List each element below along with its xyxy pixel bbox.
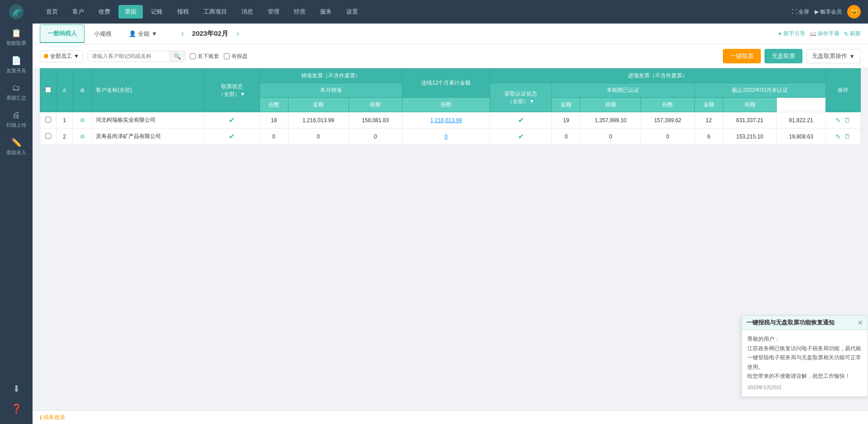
- refresh-btn[interactable]: ↻ 刷新: [844, 30, 861, 38]
- row-checkbox[interactable]: [40, 129, 57, 145]
- cert-filter-icon[interactable]: ▼: [529, 98, 534, 105]
- nav-messages[interactable]: 消息: [235, 5, 259, 19]
- new-guide-btn[interactable]: ✦ 新手引导: [778, 30, 805, 38]
- star-icon: ✦: [778, 31, 782, 37]
- accountbook-checkbox[interactable]: [190, 53, 196, 59]
- sidebar-item-data-entry[interactable]: ✏️ 票据录入: [0, 133, 33, 161]
- all-chevron-icon: ▼: [151, 30, 157, 37]
- nav-customers[interactable]: 客户: [66, 5, 90, 19]
- row-sales-amount: 0: [288, 129, 349, 145]
- col-purchase-certified-header: 本税期已认证: [552, 83, 694, 98]
- top-navigation: 首页 客户 收费 票据 记账 报税 工商项目 消息 管理 经营 服务 设置 ⛶ …: [33, 0, 868, 24]
- tab-general-taxpayer[interactable]: 一般纳税人: [40, 24, 85, 43]
- tab-small-scale[interactable]: 小规模: [86, 25, 119, 43]
- fetch-status-icon: ✔: [229, 116, 235, 124]
- row-actions: ✎ 🗒: [826, 129, 861, 145]
- col-pcert-tax: 税额: [580, 98, 641, 112]
- sidebar: 📋 智能取票 📄 发票开具 🗂 票据汇总 🖨 扫描上传 ✏️ 票据录入 ⬇ ❓: [0, 0, 33, 424]
- row-pcert-amount: 0: [580, 129, 641, 145]
- col-no-header: #: [57, 69, 73, 112]
- no-disk-fetch-button[interactable]: 无盘取票: [764, 49, 802, 63]
- row-settings[interactable]: ⚙: [73, 112, 92, 129]
- search-button[interactable]: 🔍: [170, 51, 185, 62]
- download-icon[interactable]: ⬇: [10, 381, 23, 397]
- row-cumulative: 0: [402, 129, 490, 145]
- nav-services[interactable]: 服务: [314, 5, 338, 19]
- prev-month-button[interactable]: ‹: [181, 29, 184, 38]
- one-click-fetch-button[interactable]: 一键取票: [723, 49, 761, 63]
- sidebar-item-scan-upload[interactable]: 🖨 扫描上传: [0, 106, 33, 133]
- smart-fetch-icon: 📋: [11, 28, 21, 38]
- employee-select[interactable]: 全部员工 ▼: [40, 50, 83, 62]
- fullscreen-btn[interactable]: ⛶ 全屏: [792, 8, 809, 16]
- sidebar-item-smart-fetch[interactable]: 📋 智能取票: [0, 24, 33, 51]
- nav-invoices[interactable]: 票据: [118, 5, 143, 19]
- row-edit-button[interactable]: ✎: [835, 117, 841, 124]
- row-delete-button[interactable]: 🗒: [844, 133, 850, 140]
- nav-home[interactable]: 首页: [40, 5, 64, 19]
- col-cert-status-header: 获取认证状态（全部）▼: [490, 83, 552, 112]
- row-actions: ✎ 🗒: [826, 112, 861, 129]
- row-name: 河北柯瑞栋实业有限公司: [92, 112, 204, 129]
- sidebar-item-invoice-summary[interactable]: 🗂 票据汇总: [0, 79, 33, 106]
- tab-all[interactable]: 👤 全能 ▼: [121, 25, 165, 43]
- col-puncert-copies: 份数: [641, 98, 695, 112]
- nav-business[interactable]: 工商项目: [197, 5, 233, 19]
- row-select-1[interactable]: [45, 133, 51, 139]
- ops-chevron-icon: ▼: [849, 53, 855, 60]
- status-filter-icon[interactable]: ▼: [240, 91, 245, 97]
- search-box: 🔍: [88, 51, 185, 62]
- notification-popup: 一键报税与无盘取票功能恢复通知 ✕ 尊敬的用户： 江苏政务网已恢复访问电子税务局…: [741, 315, 868, 397]
- sidebar-item-label: 扫描上传: [6, 122, 26, 129]
- row-settings[interactable]: ⚙: [73, 129, 92, 145]
- nav-settings[interactable]: 设置: [340, 5, 364, 19]
- row-pcert-copies: 0: [552, 129, 580, 145]
- all-icon: 👤: [129, 30, 136, 37]
- taxdisk-checkbox[interactable]: [224, 53, 230, 59]
- row-edit-button[interactable]: ✎: [835, 133, 841, 140]
- popup-close-button[interactable]: ✕: [858, 319, 863, 326]
- sidebar-item-label: 智能取票: [6, 40, 26, 47]
- select-all-checkbox[interactable]: [45, 87, 51, 93]
- col-puncert-tax: 税额: [723, 98, 777, 112]
- help-icon[interactable]: ❓: [8, 400, 25, 417]
- row-puncert-amount: 631,337.21: [723, 112, 777, 129]
- col-pcert-amount: 金额: [552, 98, 580, 112]
- col-checkbox-header: [40, 69, 57, 112]
- next-month-button[interactable]: ›: [236, 29, 239, 38]
- nav-tax[interactable]: 报税: [171, 5, 195, 19]
- row-sales-copies: 0: [259, 129, 288, 145]
- filter-accountbook[interactable]: 名下账套: [190, 52, 219, 60]
- sidebar-item-issue-invoice[interactable]: 📄 发票开具: [0, 51, 33, 79]
- current-month: 2023年02月: [188, 29, 233, 38]
- row-checkbox[interactable]: [40, 112, 57, 129]
- row-sales-tax: 158,081.83: [349, 112, 402, 129]
- row-cert-status: ✔: [490, 129, 552, 145]
- row-select-0[interactable]: [45, 117, 51, 123]
- member-icon: ▶: [815, 9, 819, 15]
- tab-right-actions: ✦ 新手引导 📖 操作手册 ↻ 刷新: [778, 30, 861, 38]
- invoice-table: # ⚙ 客户名称(全部) 取票状态（全部）▼ 销项发票（不含作废票） 连续12个…: [40, 68, 861, 145]
- manual-btn[interactable]: 📖 操作手册: [810, 30, 840, 38]
- search-input[interactable]: [88, 51, 170, 61]
- row-puncert-copies: 12: [694, 112, 723, 129]
- row-puncert-tax: 19,808.63: [777, 129, 826, 145]
- employee-dot: [44, 54, 48, 58]
- nav-bookkeeping[interactable]: 记账: [145, 5, 169, 19]
- row-fetch-status: ✔: [204, 129, 259, 145]
- tax-policy-link[interactable]: ℹ 税务政策: [40, 414, 65, 421]
- nav-management[interactable]: 管理: [261, 5, 286, 19]
- row-pcert-tax: 157,399.62: [641, 112, 695, 129]
- filter-taxdisk[interactable]: 有税盘: [224, 52, 248, 60]
- book-icon: 📖: [810, 31, 816, 37]
- row-delete-button[interactable]: 🗒: [844, 117, 850, 124]
- nav-operations[interactable]: 经营: [288, 5, 312, 19]
- sidebar-item-label: 票据录入: [6, 149, 26, 156]
- scan-upload-icon: 🖨: [12, 110, 20, 120]
- no-disk-ops-button[interactable]: 无盘取票操作 ▼: [806, 49, 861, 63]
- user-avatar[interactable]: 🐱: [847, 5, 861, 19]
- sidebar-logo[interactable]: [0, 0, 33, 24]
- nav-billing[interactable]: 收费: [92, 5, 117, 19]
- member-btn[interactable]: ▶ 畅享会员: [815, 8, 842, 16]
- col-status-header: 取票状态（全部）▼: [204, 69, 259, 112]
